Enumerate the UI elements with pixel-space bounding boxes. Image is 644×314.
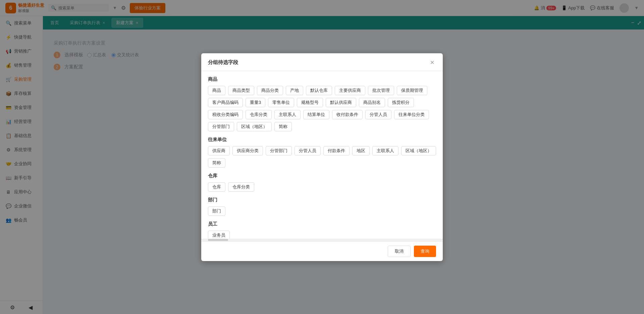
field-cp-supplier-category[interactable]: 供应商分类 xyxy=(232,146,263,155)
modal-body: 商品 商品 商品类型 商品分类 产地 默认仓库 主要供应商 批次管理 保质期管理… xyxy=(201,71,443,239)
field-cp-area-region[interactable]: 区域（地区） xyxy=(401,146,436,155)
modal-close-button[interactable]: ✕ xyxy=(428,59,436,67)
field-goods-warehouse-category[interactable]: 仓库分类 xyxy=(246,110,272,119)
field-goods-region[interactable]: 区域（地区） xyxy=(237,122,272,131)
field-goods-type[interactable]: 商品类型 xyxy=(228,86,254,95)
field-goods-settlement-unit[interactable]: 结算单位 xyxy=(303,110,329,119)
field-goods-supervisor[interactable]: 分管人员 xyxy=(365,110,391,119)
section-title-warehouse: 仓库 xyxy=(208,173,436,179)
section-title-department: 部门 xyxy=(208,197,436,203)
modal-dialog: 分组待选字段 ✕ 商品 商品 商品类型 商品分类 产地 默认仓库 主要供应商 批… xyxy=(201,53,443,261)
cancel-button[interactable]: 取消 xyxy=(388,246,411,257)
section-title-employee: 员工 xyxy=(208,221,436,227)
fields-counterparts: 供应商 供应商分类 分管部门 分管人员 付款条件 地区 主联系人 区域（地区） … xyxy=(208,146,436,168)
section-title-goods: 商品 xyxy=(208,76,436,82)
field-goods-category[interactable]: 商品分类 xyxy=(257,86,283,95)
field-cp-supplier[interactable]: 供应商 xyxy=(208,146,230,155)
field-goods-main-supplier[interactable]: 主要供应商 xyxy=(335,86,365,95)
field-goods-product[interactable]: 商品 xyxy=(208,86,225,95)
confirm-button[interactable]: 查询 xyxy=(414,246,436,257)
field-goods-alias[interactable]: 商品别名 xyxy=(359,98,385,107)
section-title-counterparts: 往来单位 xyxy=(208,137,436,143)
field-goods-default-supplier[interactable]: 默认供应商 xyxy=(326,98,356,107)
field-cp-supervisor[interactable]: 分管人员 xyxy=(294,146,321,155)
field-goods-main-contact[interactable]: 主联系人 xyxy=(274,110,301,119)
field-goods-pick-score[interactable]: 拣货积分 xyxy=(388,98,414,107)
field-goods-spec-model[interactable]: 规格型号 xyxy=(297,98,323,107)
field-goods-batch-mgmt[interactable]: 批次管理 xyxy=(368,86,394,95)
field-goods-expiry-mgmt[interactable]: 保质期管理 xyxy=(397,86,427,95)
field-wh-category[interactable]: 仓库分类 xyxy=(228,182,254,192)
modal-title: 分组待选字段 xyxy=(208,59,238,66)
fields-warehouse: 仓库 仓库分类 xyxy=(208,182,436,192)
field-goods-payment-terms[interactable]: 收付款条件 xyxy=(332,110,363,119)
fields-department: 部门 xyxy=(208,206,436,216)
field-goods-customer-code[interactable]: 客户商品编码 xyxy=(208,98,243,107)
field-cp-main-contact[interactable]: 主联系人 xyxy=(372,146,398,155)
modal-hscroll-thumb xyxy=(208,239,228,241)
modal-overlay: 分组待选字段 ✕ 商品 商品 商品类型 商品分类 产地 默认仓库 主要供应商 批… xyxy=(0,0,644,314)
field-goods-short-name[interactable]: 简称 xyxy=(274,122,292,131)
field-goods-retail-unit[interactable]: 零售单位 xyxy=(268,98,294,107)
field-emp-salesperson[interactable]: 业务员 xyxy=(208,231,230,239)
field-dept-department[interactable]: 部门 xyxy=(208,206,225,216)
modal-header: 分组待选字段 ✕ xyxy=(201,53,443,71)
field-cp-short-name[interactable]: 简称 xyxy=(208,158,225,168)
field-goods-tax-code[interactable]: 税收分类编码 xyxy=(208,110,243,119)
field-goods-origin[interactable]: 产地 xyxy=(286,86,303,95)
modal-footer: 取消 查询 xyxy=(201,241,443,261)
field-goods-counterpart-category[interactable]: 往来单位分类 xyxy=(394,110,429,119)
field-wh-warehouse[interactable]: 仓库 xyxy=(208,182,225,192)
modal-horizontal-scrollbar[interactable] xyxy=(201,239,443,241)
fields-goods: 商品 商品类型 商品分类 产地 默认仓库 主要供应商 批次管理 保质期管理 客户… xyxy=(208,86,436,131)
field-goods-default-warehouse[interactable]: 默认仓库 xyxy=(306,86,332,95)
field-cp-region[interactable]: 地区 xyxy=(352,146,370,155)
field-cp-payment-terms[interactable]: 付款条件 xyxy=(323,146,350,155)
field-cp-dept[interactable]: 分管部门 xyxy=(266,146,292,155)
fields-employee: 业务员 xyxy=(208,231,436,239)
field-goods-weight3[interactable]: 重量3 xyxy=(246,98,265,107)
field-goods-dept[interactable]: 分管部门 xyxy=(208,122,234,131)
